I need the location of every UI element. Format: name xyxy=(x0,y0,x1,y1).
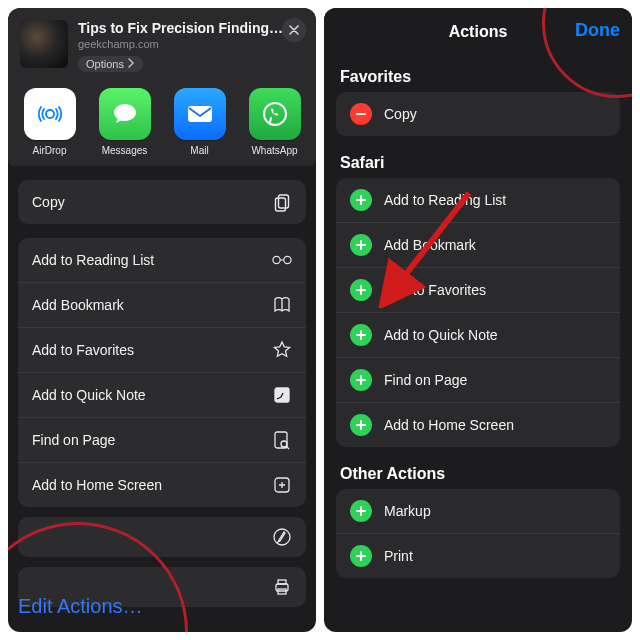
share-app-label: Mail xyxy=(190,145,208,156)
add-icon[interactable] xyxy=(350,500,372,522)
options-button[interactable]: Options xyxy=(78,56,143,72)
svg-point-9 xyxy=(281,441,287,447)
remove-icon[interactable] xyxy=(350,103,372,125)
share-action-markup[interactable] xyxy=(18,517,306,557)
actions-header: Actions Done xyxy=(324,8,632,56)
safari-row-reading-list[interactable]: Add to Reading List xyxy=(336,178,620,222)
share-sheet-panel: Tips to Fix Precision Finding… geekchamp… xyxy=(8,8,316,632)
quicknote-icon xyxy=(272,385,292,405)
safari-row-quick-note[interactable]: Add to Quick Note xyxy=(336,312,620,357)
share-app-label: WhatsApp xyxy=(251,145,297,156)
action-label: Copy xyxy=(32,194,65,210)
close-button[interactable] xyxy=(282,18,306,42)
other-group: Markup Print xyxy=(336,489,620,578)
airdrop-icon xyxy=(24,88,76,140)
action-label: Add Bookmark xyxy=(32,297,124,313)
section-title-favorites: Favorites xyxy=(324,56,632,92)
done-button[interactable]: Done xyxy=(575,20,620,41)
section-title-other: Other Actions xyxy=(324,453,632,489)
share-header: Tips to Fix Precision Finding… geekchamp… xyxy=(8,8,316,80)
share-app-airdrop[interactable]: AirDrop xyxy=(17,88,83,156)
copy-icon xyxy=(272,192,292,212)
favorites-row-copy[interactable]: Copy xyxy=(336,92,620,136)
safari-group: Add to Reading List Add Bookmark Add to … xyxy=(336,178,620,447)
close-icon xyxy=(289,22,299,38)
other-row-markup[interactable]: Markup xyxy=(336,489,620,533)
mail-icon xyxy=(174,88,226,140)
page-thumbnail xyxy=(20,20,68,68)
share-markup-group xyxy=(18,517,306,557)
share-action-favorites[interactable]: Add to Favorites xyxy=(18,327,306,372)
share-app-messages[interactable]: Messages xyxy=(92,88,158,156)
options-label: Options xyxy=(86,58,124,70)
share-app-mail[interactable]: Mail xyxy=(167,88,233,156)
share-app-label: AirDrop xyxy=(33,145,67,156)
safari-row-find[interactable]: Find on Page xyxy=(336,357,620,402)
svg-rect-1 xyxy=(188,106,212,122)
add-icon[interactable] xyxy=(350,369,372,391)
share-apps-row: AirDrop Messages Mail WhatsApp xyxy=(8,80,316,166)
share-action-home-screen[interactable]: Add to Home Screen xyxy=(18,462,306,507)
safari-row-favorites[interactable]: Add to Favorites xyxy=(336,267,620,312)
share-actions-group: Add to Reading List Add Bookmark Add to … xyxy=(18,238,306,507)
svg-rect-4 xyxy=(276,198,286,211)
share-app-whatsapp[interactable]: WhatsApp xyxy=(242,88,308,156)
row-label: Add to Favorites xyxy=(384,282,486,298)
action-label: Add to Reading List xyxy=(32,252,154,268)
add-icon[interactable] xyxy=(350,414,372,436)
actions-title: Actions xyxy=(449,23,508,41)
action-label: Add to Home Screen xyxy=(32,477,162,493)
share-action-quick-note[interactable]: Add to Quick Note xyxy=(18,372,306,417)
share-title: Tips to Fix Precision Finding… xyxy=(78,20,304,36)
action-label: Add to Quick Note xyxy=(32,387,146,403)
row-label: Add to Quick Note xyxy=(384,327,498,343)
other-row-print[interactable]: Print xyxy=(336,533,620,578)
row-label: Add Bookmark xyxy=(384,237,476,253)
markup-icon xyxy=(272,527,292,547)
row-label: Markup xyxy=(384,503,431,519)
safari-row-bookmark[interactable]: Add Bookmark xyxy=(336,222,620,267)
row-label: Add to Reading List xyxy=(384,192,506,208)
add-icon[interactable] xyxy=(350,545,372,567)
whatsapp-icon xyxy=(249,88,301,140)
section-title-safari: Safari xyxy=(324,142,632,178)
favorites-group: Copy xyxy=(336,92,620,136)
print-icon xyxy=(272,577,292,597)
share-app-label: Messages xyxy=(102,145,148,156)
find-icon xyxy=(272,430,292,450)
svg-point-5 xyxy=(273,256,280,263)
messages-icon xyxy=(99,88,151,140)
svg-point-0 xyxy=(46,110,54,118)
actions-editor-panel: Actions Done Favorites Copy Safari Add t… xyxy=(324,8,632,632)
share-action-find[interactable]: Find on Page xyxy=(18,417,306,462)
row-label: Copy xyxy=(384,106,417,122)
row-label: Find on Page xyxy=(384,372,467,388)
share-subtitle: geekchamp.com xyxy=(78,38,304,50)
add-icon[interactable] xyxy=(350,279,372,301)
action-label: Find on Page xyxy=(32,432,115,448)
share-primary-group: Copy xyxy=(18,180,306,224)
share-action-reading-list[interactable]: Add to Reading List xyxy=(18,238,306,282)
glasses-icon xyxy=(272,250,292,270)
addsquare-icon xyxy=(272,475,292,495)
edit-actions-button[interactable]: Edit Actions… xyxy=(18,595,143,618)
chevron-right-icon xyxy=(128,58,135,70)
svg-rect-3 xyxy=(279,195,289,208)
svg-rect-13 xyxy=(278,580,286,584)
row-label: Print xyxy=(384,548,413,564)
action-label: Add to Favorites xyxy=(32,342,134,358)
share-action-bookmark[interactable]: Add Bookmark xyxy=(18,282,306,327)
book-icon xyxy=(272,295,292,315)
svg-point-6 xyxy=(284,256,291,263)
safari-row-home-screen[interactable]: Add to Home Screen xyxy=(336,402,620,447)
row-label: Add to Home Screen xyxy=(384,417,514,433)
add-icon[interactable] xyxy=(350,189,372,211)
add-icon[interactable] xyxy=(350,234,372,256)
add-icon[interactable] xyxy=(350,324,372,346)
star-icon xyxy=(272,340,292,360)
share-action-copy[interactable]: Copy xyxy=(18,180,306,224)
